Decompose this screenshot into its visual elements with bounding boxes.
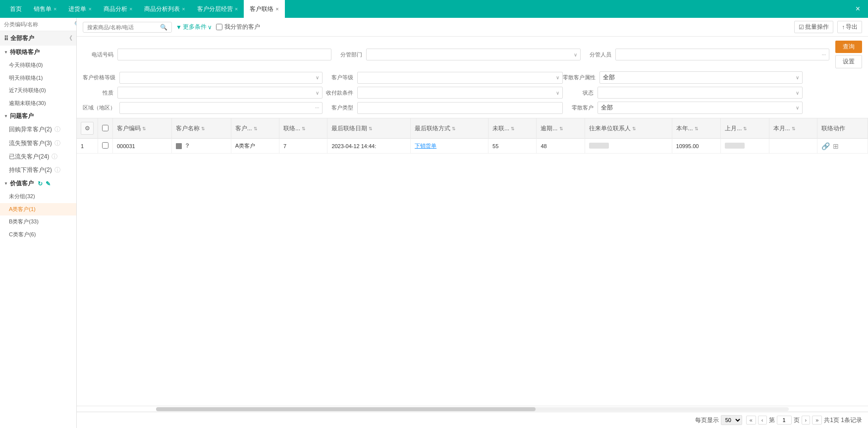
filter-nature-select[interactable]: ∨: [117, 87, 323, 99]
sort-icon-person: ⇅: [632, 126, 636, 131]
th-customer-type[interactable]: 客户... ⇅: [231, 118, 279, 139]
close-customer-contact-tab[interactable]: ×: [275, 0, 278, 18]
sort-icon-this-month: ⇅: [792, 126, 796, 131]
sidebar-item-7day-pending[interactable]: 近7天待联络(0): [0, 84, 76, 97]
page-last-btn[interactable]: »: [812, 416, 822, 425]
page-number-input[interactable]: [777, 416, 792, 425]
color-chip: [176, 143, 182, 149]
export-btn[interactable]: ↑ 导出: [837, 21, 862, 33]
sidebar-item-a-class[interactable]: A类客户(1): [0, 203, 76, 216]
per-page-select[interactable]: 50: [721, 415, 742, 425]
th-gear[interactable]: ⚙: [77, 118, 98, 139]
th-last-month[interactable]: 上月... ⇅: [721, 118, 769, 139]
filter-customer-type-input[interactable]: [357, 102, 562, 114]
close-sales-tab[interactable]: ×: [54, 0, 56, 18]
page-next-btn[interactable]: ›: [802, 416, 811, 425]
row-last-contact-method[interactable]: 下销货单: [411, 139, 488, 154]
page-label: 第: [769, 416, 775, 425]
more-filter-btn[interactable]: ▼ 更多条件 ∨: [176, 23, 212, 31]
th-not-contacted[interactable]: 未联... ⇅: [488, 118, 537, 139]
row-checkbox-cell[interactable]: [98, 139, 113, 154]
sidebar-item-churn-warning[interactable]: 流失预警客户(3) ⓘ: [0, 137, 76, 150]
th-contact-count[interactable]: 联络... ⇅: [279, 118, 327, 139]
th-name[interactable]: 客户名称 ⇅: [172, 118, 231, 139]
sort-icon-name: ⇅: [201, 126, 205, 131]
sidebar-group-value-title[interactable]: ▼ 价值客户 ↻ ✎: [0, 177, 76, 190]
filter-nature-label: 性质: [83, 89, 117, 97]
nav-tab-analysis[interactable]: 商品分析 ×: [98, 0, 138, 18]
horizontal-scrollbar[interactable]: [77, 406, 868, 412]
sidebar: 🔍 ⠿ 全部客户 《 ▼ 待联络客户 今天待联络(0) 明天待联络(1) 近7天…: [0, 18, 77, 428]
th-this-month[interactable]: 本月... ⇅: [769, 118, 817, 139]
filter-bar: 🔍 ▼ 更多条件 ∨ 我分管的客户 ☑ 批量操作 ↑ 导出: [77, 18, 868, 37]
filter-phone-input[interactable]: [117, 49, 331, 60]
page-first-btn[interactable]: «: [746, 416, 756, 425]
info-icon-1: ⓘ: [54, 126, 60, 133]
link-action-icon[interactable]: 🔗: [821, 142, 830, 150]
close-window-btn[interactable]: ×: [852, 4, 864, 13]
refresh-icon[interactable]: ↻: [38, 180, 43, 187]
th-contact-person[interactable]: 往来单位联系人 ⇅: [585, 118, 672, 139]
filter-customer-level-select[interactable]: ∨: [357, 72, 562, 84]
row-checkbox[interactable]: [102, 142, 108, 149]
th-overdue[interactable]: 逾期... ⇅: [537, 118, 585, 139]
th-checkbox[interactable]: [98, 118, 113, 139]
sidebar-search-input[interactable]: [4, 21, 72, 27]
filter-status: 状态 ∨: [563, 87, 803, 99]
sidebar-all-customers-title: ⠿ 全部客户: [4, 34, 34, 43]
my-customers-checkbox[interactable]: [216, 24, 222, 30]
settings-btn[interactable]: 设置: [835, 55, 862, 68]
filter-status-label: 状态: [563, 89, 597, 97]
my-customers-checkbox-area[interactable]: 我分管的客户: [216, 23, 260, 31]
select-all-checkbox[interactable]: [102, 125, 108, 131]
nav-home[interactable]: 首页: [4, 0, 28, 18]
sidebar-item-ungrouped[interactable]: 未分组(32): [0, 190, 76, 203]
filter-manager-input[interactable]: ···: [615, 49, 829, 60]
sidebar-group-pending-title[interactable]: ▼ 待联络客户: [0, 46, 76, 59]
nav-tab-sales[interactable]: 销售单 ×: [28, 0, 62, 18]
th-last-contact-method[interactable]: 最后联络方式 ⇅: [411, 118, 488, 139]
filter-price-level-select[interactable]: ∨: [119, 72, 323, 84]
close-customer-tier-tab[interactable]: ×: [235, 0, 238, 18]
grid-action-icon[interactable]: ⊞: [833, 142, 839, 150]
sidebar-item-b-class[interactable]: B类客户(33): [0, 215, 76, 228]
sidebar-item-declining[interactable]: 持续下滑客户(2) ⓘ: [0, 163, 76, 177]
scroll-track[interactable]: [156, 407, 789, 411]
filter-payment-select[interactable]: ∨: [357, 87, 562, 99]
edit-icon[interactable]: ✎: [46, 180, 51, 187]
th-year-amount[interactable]: 本年... ⇅: [672, 118, 721, 139]
filter-icon: ▼: [176, 24, 182, 31]
search-input[interactable]: [87, 24, 158, 30]
gear-btn[interactable]: ⚙: [81, 122, 94, 135]
th-last-contact-date[interactable]: 最后联络日期 ⇅: [327, 118, 411, 139]
sidebar-item-repurchase-abnormal[interactable]: 回购异常客户(2) ⓘ: [0, 123, 76, 136]
sort-icon-overdue: ⇅: [559, 126, 563, 131]
batch-op-btn[interactable]: ☑ 批量操作: [794, 21, 833, 33]
sidebar-item-c-class[interactable]: C类客户(6): [0, 228, 76, 241]
filter-status-select[interactable]: ∨: [597, 87, 803, 99]
nav-tab-analysis-list[interactable]: 商品分析列表 ×: [138, 0, 191, 18]
nav-tab-customer-tier[interactable]: 客户分层经营 ×: [191, 0, 244, 18]
filter-region: 区域（地区） ···: [83, 102, 323, 114]
close-analysis-list-tab[interactable]: ×: [182, 0, 185, 18]
page-prev-btn[interactable]: ‹: [758, 416, 767, 425]
close-purchase-tab[interactable]: ×: [88, 0, 91, 18]
th-code[interactable]: 客户编码 ⇅: [113, 118, 172, 139]
filter-dept-select[interactable]: ∨: [366, 49, 580, 60]
nav-tab-customer-contact[interactable]: 客户联络 ×: [244, 0, 284, 18]
filter-retail-attr-select[interactable]: 全部 ∨: [599, 71, 803, 84]
sidebar-collapse-btn[interactable]: 《: [66, 34, 72, 43]
query-btn[interactable]: 查询: [835, 41, 862, 53]
close-analysis-tab[interactable]: ×: [129, 0, 132, 18]
sidebar-item-overdue-pending[interactable]: 逾期未联络(30): [0, 97, 76, 110]
sidebar-item-tomorrow-pending[interactable]: 明天待联络(1): [0, 72, 76, 85]
chevron-down-icon-retail-cust: ∨: [796, 105, 799, 110]
scroll-thumb[interactable]: [156, 407, 536, 411]
filter-region-input[interactable]: ···: [119, 102, 323, 114]
sidebar-group-problem-title[interactable]: ▼ 问题客户: [0, 109, 76, 123]
sidebar-item-today-pending[interactable]: 今天待联络(0): [0, 59, 76, 72]
nav-tab-purchase[interactable]: 进货单 ×: [62, 0, 97, 18]
filter-retail-customer-select[interactable]: 全部 ∨: [597, 102, 803, 114]
search-icon[interactable]: 🔍: [160, 24, 167, 31]
sidebar-item-churned[interactable]: 已流失客户(24) ⓘ: [0, 150, 76, 163]
